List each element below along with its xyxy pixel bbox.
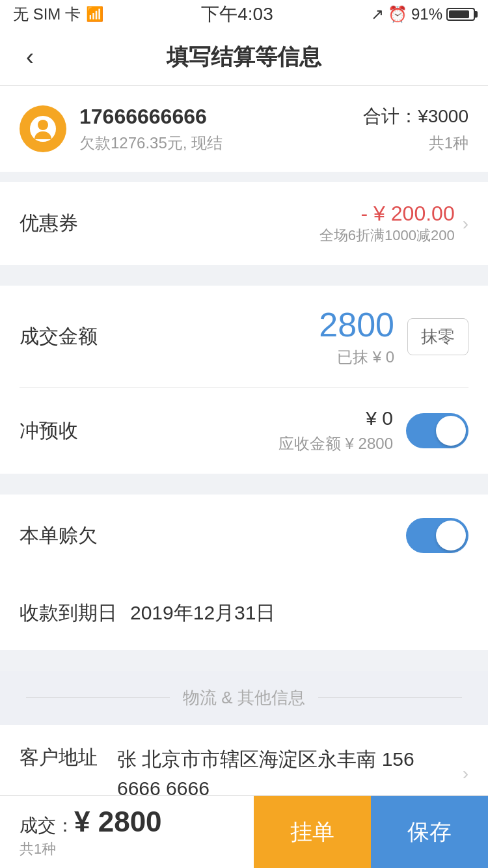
separator-1 <box>0 275 488 286</box>
bottom-total-row: 成交：¥ 2800 <box>20 806 234 838</box>
coupon-card: 优惠券 - ¥ 200.00 全场6折满1000减200 › <box>0 182 488 265</box>
user-total-count: 共1种 <box>363 133 468 154</box>
coupon-value: - ¥ 200.00 <box>361 202 455 226</box>
battery-label: 91% <box>411 5 442 23</box>
status-time: 下午4:03 <box>201 2 273 27</box>
coupon-row[interactable]: 优惠券 - ¥ 200.00 全场6折满1000减200 › <box>20 182 468 265</box>
battery-icon <box>446 8 475 21</box>
user-sub: 欠款1276.35元, 现结 <box>79 133 363 154</box>
bottom-bar: 成交：¥ 2800 共1种 挂单 保存 <box>0 795 488 868</box>
bottom-total-label: 成交： <box>20 815 74 835</box>
bottom-total-value: ¥ 2800 <box>74 806 162 837</box>
user-phone: 17666666666 <box>79 105 363 129</box>
user-total: 合计：¥3000 共1种 <box>363 104 468 154</box>
bottom-total-count: 共1种 <box>20 839 234 859</box>
coupon-chevron: › <box>463 213 468 234</box>
wifi-icon: 📶 <box>86 6 103 23</box>
credit-toggle[interactable] <box>406 518 468 553</box>
coupon-value-block: - ¥ 200.00 全场6折满1000减200 <box>319 202 455 245</box>
coupon-sub: 全场6折满1000减200 <box>319 226 455 245</box>
due-date-value: 2019年12月31日 <box>130 600 275 627</box>
divider-line-left <box>26 698 170 698</box>
deal-amount-row: 成交金额 2800 已抹 ¥ 0 抹零 <box>20 286 468 388</box>
hang-button[interactable]: 挂单 <box>254 796 371 869</box>
gps-icon: ↗ <box>371 5 384 23</box>
credit-row: 本单赊欠 <box>20 495 468 576</box>
separator-3 <box>0 660 488 671</box>
logistics-divider: 物流 & 其他信息 <box>0 671 488 725</box>
due-date-label: 收款到期日 <box>20 600 117 627</box>
back-button[interactable]: ‹ <box>20 37 40 77</box>
user-info: 17666666666 欠款1276.35元, 现结 <box>79 105 363 154</box>
alarm-icon: ⏰ <box>388 5 407 23</box>
pre-collect-amount: ¥ 0 <box>366 407 393 429</box>
deal-card: 成交金额 2800 已抹 ¥ 0 抹零 冲预收 ¥ 0 应收金额 ¥ 2800 <box>0 286 488 474</box>
address-label: 客户地址 <box>20 744 98 771</box>
coupon-label: 优惠券 <box>20 210 78 237</box>
coupon-right: - ¥ 200.00 全场6折满1000减200 › <box>319 202 468 245</box>
credit-card: 本单赊欠 收款到期日 2019年12月31日 <box>0 495 488 650</box>
address-right: 张 北京市市辖区海淀区永丰南 156 6666 6666 › <box>117 744 468 803</box>
carrier-label: 无 SIM 卡 <box>13 4 81 25</box>
pre-collect-toggle[interactable] <box>406 413 468 448</box>
logistics-label: 物流 & 其他信息 <box>183 686 305 709</box>
deal-amount-label: 成交金额 <box>20 323 98 350</box>
deal-amount-col: 2800 已抹 ¥ 0 <box>319 305 394 368</box>
pre-collect-label: 冲预收 <box>20 418 78 444</box>
deal-amount-right: 2800 已抹 ¥ 0 抹零 <box>319 305 468 368</box>
battery-fill <box>449 10 469 18</box>
address-chevron: › <box>463 763 468 784</box>
content: 17666666666 欠款1276.35元, 现结 合计：¥3000 共1种 … <box>0 86 488 868</box>
pre-collect-row: 冲预收 ¥ 0 应收金额 ¥ 2800 <box>20 388 468 474</box>
pre-collect-value-block: ¥ 0 应收金额 ¥ 2800 <box>278 407 393 454</box>
user-row: 17666666666 欠款1276.35元, 现结 合计：¥3000 共1种 <box>20 86 468 172</box>
save-button[interactable]: 保存 <box>371 796 488 869</box>
address-value: 张 北京市市辖区海淀区永丰南 156 6666 6666 <box>117 744 456 803</box>
status-bar: 无 SIM 卡 📶 下午4:03 ↗ ⏰ 91% <box>0 0 488 29</box>
user-total-label-value: 合计：¥3000 <box>363 104 468 129</box>
due-date-row: 收款到期日 2019年12月31日 <box>20 576 468 650</box>
credit-toggle-knob <box>436 521 466 550</box>
divider-line-right <box>318 698 462 698</box>
pre-collect-sub: 应收金额 ¥ 2800 <box>278 433 393 454</box>
status-right: ↗ ⏰ 91% <box>371 5 475 23</box>
bottom-left: 成交：¥ 2800 共1种 <box>0 806 254 859</box>
deal-amount-number: 2800 <box>319 305 394 344</box>
total-label: 合计： <box>363 106 418 126</box>
user-card: 17666666666 欠款1276.35元, 现结 合计：¥3000 共1种 <box>0 86 488 172</box>
wipe-zero-button[interactable]: 抹零 <box>407 318 468 355</box>
deal-wiped: 已抹 ¥ 0 <box>337 347 394 368</box>
total-value: ¥3000 <box>418 106 468 126</box>
avatar-icon <box>30 116 56 142</box>
avatar <box>20 105 66 152</box>
toggle-knob <box>436 416 466 446</box>
status-left: 无 SIM 卡 📶 <box>13 4 103 25</box>
page-title: 填写结算等信息 <box>167 42 321 72</box>
credit-label: 本单赊欠 <box>20 522 98 549</box>
nav-bar: ‹ 填写结算等信息 <box>0 29 488 86</box>
separator-2 <box>0 484 488 495</box>
